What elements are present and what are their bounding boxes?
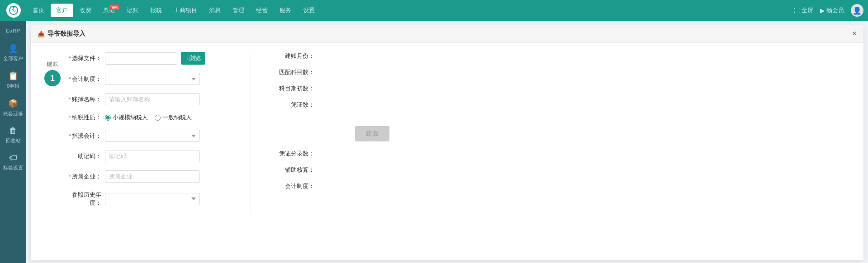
info-row-month: 建账月份：	[274, 52, 418, 60]
memo-code-input[interactable]	[105, 150, 200, 162]
nav-item-tax[interactable]: 报税	[145, 4, 167, 17]
sidebar-item-account-migration[interactable]: 📦 账套迁移	[0, 94, 26, 122]
fullscreen-icon: ⛶	[794, 7, 800, 14]
dialog-body: 建账 1 *选择文件： +浏览	[31, 43, 863, 224]
form-row-tax-type: *纳税性质： 小规模纳税人 一般纳税人	[65, 113, 228, 122]
vertical-divider	[251, 52, 251, 215]
accountant-label: *指派会计：	[65, 132, 101, 140]
initial-label: 科目期初数：	[274, 85, 314, 93]
accounting-system-label: *会计制度：	[65, 75, 101, 83]
nav-item-customer[interactable]: 客户	[51, 4, 73, 17]
step-indicator: 建账 1	[44, 52, 61, 86]
account-migration-icon: 📦	[8, 99, 18, 108]
main-nav: 首页 客户 收费 票据 new 记账 报税 工商项目 消息 管理 经营	[27, 4, 320, 17]
nav-item-bookkeeping[interactable]: 记账	[121, 4, 144, 17]
nav-item-home[interactable]: 首页	[27, 4, 50, 17]
account-name-label: *账簿名称：	[65, 95, 101, 103]
form-row-accounting-system: *会计制度：	[65, 73, 228, 85]
voucher-entries-label: 凭证分录数：	[274, 150, 314, 158]
nav-item-business[interactable]: 工商项目	[168, 4, 203, 17]
nav-item-invoice[interactable]: 票据 new	[98, 4, 120, 17]
avatar[interactable]: 👤	[851, 4, 863, 17]
dialog-title-icon: 📥	[38, 31, 45, 38]
nav-item-message[interactable]: 消息	[204, 4, 226, 17]
dialog-title: 导爷数据导入	[47, 30, 85, 38]
nav-item-management[interactable]: 管理	[227, 4, 250, 17]
file-input[interactable]	[105, 52, 177, 65]
sidebar-item-declaration[interactable]: 📋 0申报	[0, 66, 26, 94]
recycle-bin-icon: 🗑	[9, 126, 17, 136]
info-row-match: 匹配科目数：	[274, 68, 418, 76]
info-row-voucher-entries: 凭证分录数：	[274, 150, 418, 158]
nav-right: ⛶ 全屏 ▶ 畅会员 👤	[794, 4, 863, 17]
dialog-close-button[interactable]: ×	[852, 29, 857, 38]
logo-icon	[6, 3, 21, 18]
fullscreen-btn[interactable]: ⛶ 全屏	[794, 6, 813, 14]
form-row-memo-code: 助记码：	[65, 150, 228, 162]
tax-type-radio-group: 小规模纳税人 一般纳税人	[105, 113, 192, 122]
nav-item-service[interactable]: 服务	[274, 4, 297, 17]
top-navigation: 首页 客户 收费 票据 new 记账 报税 工商项目 消息 管理 经营	[0, 0, 868, 21]
form-section: *选择文件： +浏览 *会计制度：	[65, 52, 228, 215]
dialog: 📥 导爷数据导入 × 建账 1	[31, 25, 863, 260]
tag-settings-icon: 🏷	[9, 153, 17, 163]
info-row-accounting-system-right: 会计制度：	[274, 182, 418, 190]
tax-option-small[interactable]: 小规模纳税人	[105, 113, 148, 122]
sidebar-item-tag-settings[interactable]: 🏷 标签设置	[0, 149, 26, 176]
aux-label: 辅助核算：	[274, 166, 314, 174]
form-row-company: *所属企业：	[65, 170, 228, 183]
member-btn[interactable]: ▶ 畅会员	[820, 6, 844, 14]
voucher-label: 凭证数：	[274, 101, 314, 109]
step-circle: 1	[44, 70, 61, 86]
history-year-label: 参照历史年度：	[65, 191, 101, 207]
company-input[interactable]	[105, 170, 200, 183]
browse-button[interactable]: +浏览	[181, 52, 205, 65]
company-label: *所属企业：	[65, 173, 101, 181]
logo[interactable]	[5, 1, 23, 19]
nav-item-settings[interactable]: 设置	[298, 4, 320, 17]
sidebar: EaRP 👤 全部客户 📋 0申报 📦 账套迁移 🗑 回收站 🏷 标签设置	[0, 21, 26, 263]
user-icon: 👤	[853, 6, 862, 15]
tax-type-label: *纳税性质：	[65, 113, 101, 122]
submit-btn-area: 建账	[314, 117, 418, 141]
nav-item-billing[interactable]: 收费	[74, 4, 97, 17]
dialog-header: 📥 导爷数据导入 ×	[31, 25, 863, 43]
video-icon: ▶	[820, 7, 825, 14]
nav-item-finance[interactable]: 经营	[251, 4, 273, 17]
memo-code-label: 助记码：	[65, 152, 101, 160]
sidebar-item-all-customers[interactable]: 👤 全部客户	[0, 39, 26, 66]
earp-label: EaRP	[6, 25, 21, 39]
left-column: 建账 1 *选择文件： +浏览	[44, 52, 228, 215]
accounting-system-select[interactable]	[105, 73, 200, 85]
info-row-aux: 辅助核算：	[274, 166, 418, 174]
form-row-history-year: 参照历史年度：	[65, 191, 228, 207]
svg-point-1	[13, 7, 14, 9]
match-label: 匹配科目数：	[274, 68, 314, 76]
step-label: 建账	[47, 56, 58, 68]
declaration-icon: 📋	[8, 71, 18, 81]
new-badge: new	[109, 5, 119, 10]
all-customers-icon: 👤	[8, 43, 18, 53]
accountant-select[interactable]	[105, 130, 200, 142]
content-area: 📥 导爷数据导入 × 建账 1	[26, 21, 868, 263]
info-row-voucher: 凭证数：	[274, 101, 418, 109]
submit-button[interactable]: 建账	[355, 126, 389, 141]
sidebar-item-recycle-bin[interactable]: 🗑 回收站	[0, 122, 26, 149]
accounting-system-right-label: 会计制度：	[274, 182, 314, 190]
tax-option-general[interactable]: 一般纳税人	[155, 113, 192, 122]
form-row-file: *选择文件： +浏览	[65, 52, 228, 65]
form-row-account-name: *账簿名称：	[65, 93, 228, 105]
info-row-initial: 科目期初数：	[274, 85, 418, 93]
right-column: 建账月份： 匹配科目数： 科目期初数： 凭证数：	[274, 52, 418, 215]
form-row-accountant: *指派会计：	[65, 130, 228, 142]
file-label: *选择文件：	[65, 54, 101, 62]
account-name-input[interactable]	[105, 93, 200, 105]
history-year-select[interactable]	[105, 193, 200, 205]
month-label: 建账月份：	[274, 52, 314, 60]
main-layout: EaRP 👤 全部客户 📋 0申报 📦 账套迁移 🗑 回收站 🏷 标签设置 📥	[0, 21, 868, 263]
